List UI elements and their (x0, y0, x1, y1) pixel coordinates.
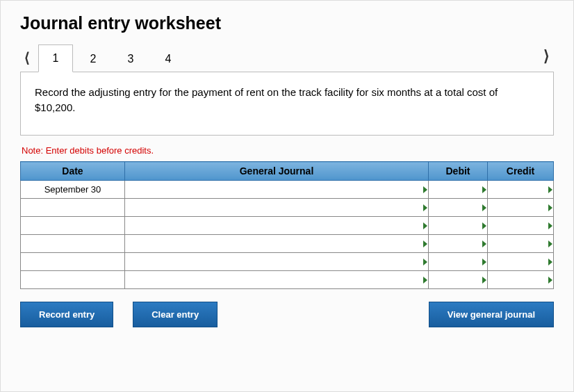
dropdown-icon[interactable] (482, 259, 486, 266)
table-row (21, 271, 554, 289)
cell-credit[interactable] (488, 271, 554, 289)
record-entry-button[interactable]: Record entry (20, 302, 113, 327)
cell-gj[interactable] (125, 253, 429, 271)
cell-date[interactable] (21, 235, 125, 253)
dropdown-icon[interactable] (482, 277, 486, 284)
cell-credit[interactable] (488, 235, 554, 253)
cell-credit[interactable] (488, 217, 554, 235)
cell-gj[interactable] (125, 181, 429, 199)
dropdown-icon[interactable] (548, 222, 552, 229)
col-header-gj: General Journal (125, 162, 429, 181)
prev-arrow-icon[interactable]: ⟨ (20, 49, 34, 66)
tab-row: ⟨ 1 2 3 4 ⟩ (20, 43, 554, 72)
tab-3[interactable]: 3 (113, 44, 148, 72)
instruction-box: Record the adjusting entry for the payme… (20, 72, 554, 136)
tab-2[interactable]: 2 (76, 44, 110, 72)
cell-credit[interactable] (488, 181, 554, 199)
col-header-credit: Credit (488, 162, 554, 181)
dropdown-icon[interactable] (482, 240, 486, 247)
cell-date[interactable]: September 30 (21, 181, 125, 199)
next-arrow-icon[interactable]: ⟩ (539, 47, 554, 65)
table-row (21, 235, 554, 253)
dropdown-icon[interactable] (423, 259, 427, 266)
dropdown-icon[interactable] (482, 186, 486, 193)
tab-1[interactable]: 1 (38, 44, 73, 72)
dropdown-icon[interactable] (548, 259, 552, 266)
table-header-row: Date General Journal Debit Credit (21, 162, 554, 181)
cell-date[interactable] (21, 253, 125, 271)
cell-gj[interactable] (125, 217, 429, 235)
table-row (21, 199, 554, 217)
journal-table: Date General Journal Debit Credit Septem… (20, 161, 554, 289)
clear-entry-button[interactable]: Clear entry (133, 302, 218, 327)
cell-credit[interactable] (488, 199, 554, 217)
dropdown-icon[interactable] (548, 204, 552, 211)
dropdown-icon[interactable] (548, 186, 552, 193)
cell-date[interactable] (21, 217, 125, 235)
cell-debit[interactable] (429, 181, 488, 199)
cell-credit[interactable] (488, 253, 554, 271)
dropdown-icon[interactable] (423, 277, 427, 284)
dropdown-icon[interactable] (482, 204, 486, 211)
action-bar: Record entry Clear entry View general jo… (20, 302, 554, 327)
cell-gj[interactable] (125, 271, 429, 289)
tabs: 1 2 3 4 (38, 43, 188, 72)
cell-debit[interactable] (429, 199, 488, 217)
dropdown-icon[interactable] (423, 204, 427, 211)
view-general-journal-button[interactable]: View general journal (429, 302, 554, 327)
note-text: Note: Enter debits before credits. (22, 145, 554, 156)
table-row: September 30 (21, 181, 554, 199)
journal-worksheet: Journal entry worksheet ⟨ 1 2 3 4 ⟩ Reco… (0, 0, 574, 392)
cell-gj[interactable] (125, 235, 429, 253)
cell-gj[interactable] (125, 199, 429, 217)
dropdown-icon[interactable] (482, 222, 486, 229)
table-row (21, 253, 554, 271)
dropdown-icon[interactable] (423, 222, 427, 229)
page-title: Journal entry worksheet (20, 13, 554, 33)
dropdown-icon[interactable] (423, 186, 427, 193)
cell-debit[interactable] (429, 217, 488, 235)
dropdown-icon[interactable] (548, 277, 552, 284)
dropdown-icon[interactable] (548, 240, 552, 247)
dropdown-icon[interactable] (423, 240, 427, 247)
cell-date-value: September 30 (44, 184, 101, 195)
cell-debit[interactable] (429, 271, 488, 289)
cell-debit[interactable] (429, 253, 488, 271)
table-row (21, 217, 554, 235)
instruction-text: Record the adjusting entry for the payme… (35, 85, 539, 115)
cell-debit[interactable] (429, 235, 488, 253)
col-header-debit: Debit (429, 162, 488, 181)
col-header-date: Date (21, 162, 125, 181)
cell-date[interactable] (21, 199, 125, 217)
cell-date[interactable] (21, 271, 125, 289)
tab-4[interactable]: 4 (151, 44, 186, 72)
